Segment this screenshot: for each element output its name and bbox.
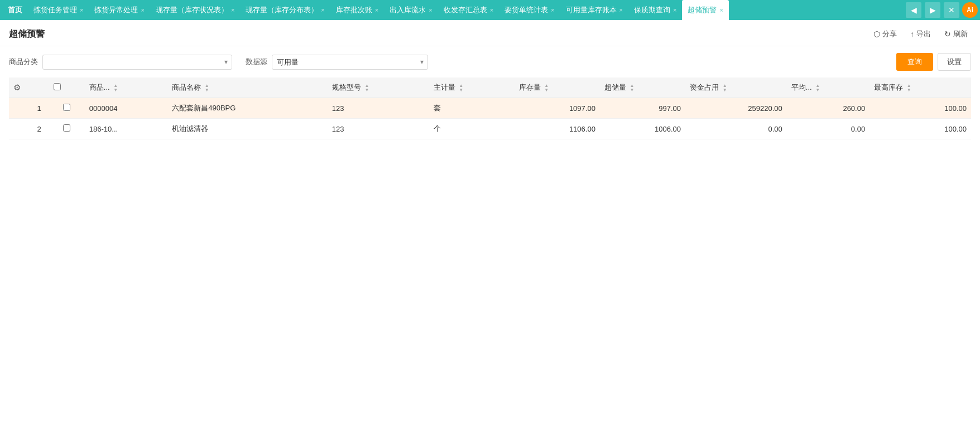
- td-spec-1: 123: [328, 119, 429, 139]
- refresh-label: 刷新: [953, 29, 968, 39]
- td-stock-0: 1097.00: [515, 98, 600, 119]
- tab-close-icon-6[interactable]: ×: [490, 7, 493, 13]
- row-checkbox-1[interactable]: [63, 124, 70, 132]
- category-select[interactable]: [42, 55, 232, 70]
- page-container: 超储预警 ⬡ 分享 ↑ 导出 ↻ 刷新 商品分类: [0, 20, 980, 446]
- th-capital[interactable]: 资金占用 ▲▼: [685, 77, 787, 98]
- nav-prev-btn[interactable]: ◀: [906, 2, 921, 18]
- th-max-stock[interactable]: 最高库存 ▲▼: [869, 77, 971, 98]
- tab-close-icon-3[interactable]: ×: [321, 7, 324, 13]
- query-button[interactable]: 查询: [896, 53, 933, 71]
- datasource-label: 数据源: [246, 57, 267, 67]
- td-index-1: 2: [29, 119, 49, 139]
- topbar-right: ◀ ▶ ✕ Ai: [905, 2, 978, 18]
- share-label: 分享: [882, 29, 897, 39]
- data-table: ⚙ 商品... ▲▼ 商品名称 ▲▼ 规格型号: [9, 77, 971, 139]
- th-index: [29, 77, 49, 98]
- td-checkbox-0: [49, 98, 85, 119]
- td-avg-0: 260.00: [787, 98, 869, 119]
- table-row: 1 0000004 六配套新昌490BPG 123 套 1097.00 997.…: [9, 98, 971, 119]
- filter-datasource-group: 数据源 可用量: [246, 55, 428, 70]
- tab-close-icon-10[interactable]: ×: [719, 7, 723, 13]
- export-icon: ↑: [910, 30, 914, 38]
- table-header: ⚙ 商品... ▲▼ 商品名称 ▲▼ 规格型号: [9, 77, 971, 98]
- table-row: 2 186-10... 机油滤清器 123 个 1106.00 1006.00 …: [9, 119, 971, 139]
- nav-tab-3[interactable]: 现存量（库存分布表）×: [240, 0, 330, 20]
- th-overstock[interactable]: 超储量 ▲▼: [600, 77, 685, 98]
- share-button[interactable]: ⬡ 分享: [870, 27, 900, 41]
- td-overstock-1: 1006.00: [600, 119, 685, 139]
- th-settings: ⚙: [9, 77, 29, 98]
- td-settings-0: [9, 98, 29, 119]
- nav-home[interactable]: 首页: [2, 0, 28, 20]
- th-stock[interactable]: 库存量 ▲▼: [515, 77, 600, 98]
- nav-close-btn[interactable]: ✕: [944, 2, 959, 18]
- export-button[interactable]: ↑ 导出: [907, 27, 934, 41]
- page-actions: ⬡ 分享 ↑ 导出 ↻ 刷新: [870, 27, 971, 41]
- td-settings-1: [9, 119, 29, 139]
- tab-close-icon-9[interactable]: ×: [673, 7, 676, 13]
- avatar[interactable]: Ai: [962, 2, 978, 18]
- th-checkbox: [49, 77, 85, 98]
- th-unit[interactable]: 主计量 ▲▼: [429, 77, 515, 98]
- td-max-stock-1: 100.00: [869, 119, 971, 139]
- td-index-0: 1: [29, 98, 49, 119]
- td-product-name-0: 六配套新昌490BPG: [167, 98, 328, 119]
- export-label: 导出: [916, 29, 931, 39]
- nav-tab-10[interactable]: 超储预警×: [682, 0, 728, 20]
- refresh-icon: ↻: [944, 30, 951, 38]
- gear-icon[interactable]: ⚙: [13, 83, 21, 92]
- nav-tab-2[interactable]: 现存量（库存状况表）×: [150, 0, 240, 20]
- datasource-select[interactable]: 可用量: [272, 55, 428, 70]
- table-body: 1 0000004 六配套新昌490BPG 123 套 1097.00 997.…: [9, 98, 971, 139]
- td-capital-1: 0.00: [685, 119, 787, 139]
- nav-tab-0[interactable]: 拣货任务管理×: [28, 0, 89, 20]
- td-overstock-0: 997.00: [600, 98, 685, 119]
- share-icon: ⬡: [873, 30, 880, 38]
- td-stock-1: 1106.00: [515, 119, 600, 139]
- nav-tab-1[interactable]: 拣货异常处理×: [89, 0, 150, 20]
- td-spec-0: 123: [328, 98, 429, 119]
- td-product-code-0: 0000004: [85, 98, 167, 119]
- nav-tab-9[interactable]: 保质期查询×: [628, 0, 682, 20]
- td-product-code-1: 186-10...: [85, 119, 167, 139]
- nav-tab-7[interactable]: 要货单统计表×: [499, 0, 560, 20]
- td-avg-1: 0.00: [787, 119, 869, 139]
- nav-tab-4[interactable]: 库存批次账×: [330, 0, 384, 20]
- filter-category-group: 商品分类: [9, 55, 232, 70]
- category-label: 商品分类: [9, 57, 38, 67]
- td-product-name-1: 机油滤清器: [167, 119, 328, 139]
- nav-tab-5[interactable]: 出入库流水×: [384, 0, 438, 20]
- nav-tab-6[interactable]: 收发存汇总表×: [438, 0, 499, 20]
- topbar: 首页 拣货任务管理×拣货异常处理×现存量（库存状况表）×现存量（库存分布表）×库…: [0, 0, 980, 20]
- table-container: ⚙ 商品... ▲▼ 商品名称 ▲▼ 规格型号: [0, 77, 980, 139]
- select-all-checkbox[interactable]: [54, 83, 61, 90]
- nav-next-btn[interactable]: ▶: [925, 2, 940, 18]
- nav-tab-8[interactable]: 可用量库存账本×: [560, 0, 628, 20]
- tab-close-icon-2[interactable]: ×: [231, 7, 234, 13]
- filter-row: 商品分类 数据源 可用量 查询 设置: [0, 46, 980, 77]
- datasource-select-wrapper: 可用量: [272, 55, 428, 70]
- td-checkbox-1: [49, 119, 85, 139]
- tab-close-icon-8[interactable]: ×: [619, 7, 623, 13]
- tab-close-icon-0[interactable]: ×: [80, 7, 83, 13]
- tab-close-icon-4[interactable]: ×: [375, 7, 378, 13]
- tab-close-icon-1[interactable]: ×: [141, 7, 144, 13]
- filter-action-btns: 查询 设置: [896, 53, 971, 71]
- refresh-button[interactable]: ↻ 刷新: [941, 27, 971, 41]
- settings-button[interactable]: 设置: [938, 53, 971, 71]
- td-unit-0: 套: [429, 98, 515, 119]
- th-spec[interactable]: 规格型号 ▲▼: [328, 77, 429, 98]
- th-product-code[interactable]: 商品... ▲▼: [85, 77, 167, 98]
- td-unit-1: 个: [429, 119, 515, 139]
- th-product-name[interactable]: 商品名称 ▲▼: [167, 77, 328, 98]
- row-checkbox-0[interactable]: [63, 104, 70, 111]
- page-title: 超储预警: [9, 28, 45, 40]
- tab-close-icon-5[interactable]: ×: [429, 7, 432, 13]
- td-max-stock-0: 100.00: [869, 98, 971, 119]
- tab-close-icon-7[interactable]: ×: [551, 7, 554, 13]
- category-select-wrapper: [42, 55, 232, 70]
- td-capital-0: 259220.00: [685, 98, 787, 119]
- th-avg[interactable]: 平均... ▲▼: [787, 77, 869, 98]
- page-header: 超储预警 ⬡ 分享 ↑ 导出 ↻ 刷新: [0, 20, 980, 46]
